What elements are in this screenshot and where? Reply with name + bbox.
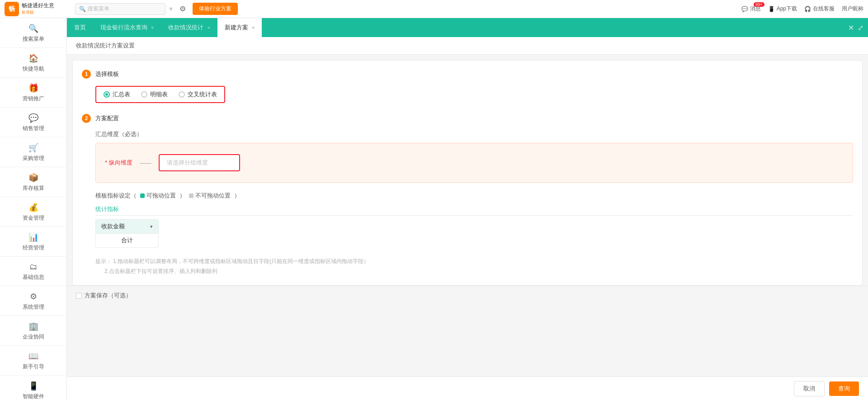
radio-cross-circle xyxy=(179,91,185,98)
sidebar-item-label: 采购管理 xyxy=(23,155,44,162)
indicator-section-label: 模板指标设定（ xyxy=(95,192,137,200)
bottom-bar: 取消 查询 xyxy=(67,376,868,400)
gear-button[interactable]: ⚙ xyxy=(176,3,189,15)
message-icon: 💬 xyxy=(741,6,748,12)
sidebar-item-purchase[interactable]: 🛒 采购管理 xyxy=(0,137,66,167)
cart-icon: 🛒 xyxy=(28,143,38,153)
sidebar-item-label: 库存核算 xyxy=(23,184,44,192)
download-button[interactable]: 📱 App下载 xyxy=(768,5,797,13)
tab-bank-close[interactable]: × xyxy=(151,25,154,30)
sidebar: 🔍 搜索菜单 🏠 快捷导航 🎁 营销推广 💬 销售管理 🛒 采购管理 📦 库存核… xyxy=(0,18,67,400)
section2: 2 方案配置 汇总维度（必选） * 纵向维度 —— 请选择分组维度 xyxy=(82,114,853,276)
sidebar-item-label: 资金管理 xyxy=(23,214,44,222)
indicator-header[interactable]: 收款金额 ▾ xyxy=(96,220,158,234)
sidebar-item-marketing[interactable]: 🎁 营销推广 xyxy=(0,78,66,108)
logo-edition: 标准版 xyxy=(22,9,54,15)
section1-header: 1 选择模板 xyxy=(82,70,853,79)
draggable-dot xyxy=(140,193,145,198)
radio-summary-circle xyxy=(104,91,110,98)
message-button[interactable]: 💬 消息 99+ xyxy=(741,5,761,13)
cancel-button[interactable]: 取消 xyxy=(794,381,825,396)
dimension-group-label: 汇总维度（必选） xyxy=(95,130,853,138)
section2-number: 2 xyxy=(82,114,91,123)
settings-container: 1 选择模板 汇总表 明细表 xyxy=(72,60,863,286)
template-select-row: 汇总表 明细表 交叉统计表 xyxy=(95,86,225,103)
indicators-toggle: 模板指标设定（ 可拖动位置 ） 不可拖动位置 ） xyxy=(95,192,853,200)
sidebar-item-label: 营销推广 xyxy=(23,95,44,103)
folder-icon: 🗂 xyxy=(29,262,38,272)
message-badge: 99+ xyxy=(754,2,764,7)
radio-summary-label: 汇总表 xyxy=(113,90,130,99)
tablet-icon: 📱 xyxy=(28,381,38,391)
search-placeholder: 搜索菜单 xyxy=(88,5,109,13)
sidebar-item-label: 新手引导 xyxy=(23,363,44,371)
sidebar-item-basics[interactable]: 🗂 基础信息 xyxy=(0,257,66,286)
sidebar-item-guide[interactable]: 📖 新手引导 xyxy=(0,346,66,376)
money-icon: 💰 xyxy=(28,202,38,212)
headset-icon: 🎧 xyxy=(804,6,811,12)
tab-bar-actions: ✕ ⤢ xyxy=(844,24,868,32)
save-checkbox[interactable] xyxy=(76,293,82,299)
non-draggable-label: 不可拖动位置 xyxy=(195,192,231,200)
search-bar[interactable]: 🔍 搜索菜单 xyxy=(75,3,165,15)
radio-summary[interactable]: 汇总表 xyxy=(104,90,130,99)
sidebar-item-label: 搜索菜单 xyxy=(23,35,44,43)
sidebar-item-hardware[interactable]: 📱 智能硬件 xyxy=(0,376,66,400)
tab-receipt[interactable]: 收款情况统计 × xyxy=(161,18,217,37)
search-dropdown-icon[interactable]: ▾ xyxy=(169,5,173,13)
section2-label: 方案配置 xyxy=(95,114,119,122)
sidebar-item-enterprise[interactable]: 🏢 企业协同 xyxy=(0,316,66,346)
sidebar-item-inventory[interactable]: 📦 库存核算 xyxy=(0,167,66,197)
trial-button[interactable]: 体验行业方案 xyxy=(193,3,238,15)
content-area: 首页 现金银行流水查询 × 收款情况统计 × 新建方案 × ✕ ⤢ 收款情况统计… xyxy=(67,18,868,400)
draggable-option: 可拖动位置 xyxy=(140,192,176,200)
service-button[interactable]: 🎧 在线客服 xyxy=(804,5,835,13)
dimension-area: * 纵向维度 —— 请选择分组维度 xyxy=(95,143,853,183)
indicator-chevron[interactable]: ▾ xyxy=(150,224,153,230)
sidebar-item-search[interactable]: 🔍 搜索菜单 xyxy=(0,18,66,48)
system-icon: ⚙ xyxy=(30,292,37,301)
sidebar-item-label: 经营管理 xyxy=(23,244,44,252)
indicator-subtotal: 合计 xyxy=(121,237,133,244)
sidebar-item-finance[interactable]: 💰 资金管理 xyxy=(0,197,66,227)
section2-header: 2 方案配置 xyxy=(82,114,853,123)
non-draggable-option: 不可拖动位置 xyxy=(189,192,231,200)
non-draggable-dot xyxy=(189,193,193,198)
draggable-label: 可拖动位置 xyxy=(146,192,176,200)
chart-icon: 📊 xyxy=(28,232,38,242)
tab-new-plan[interactable]: 新建方案 × xyxy=(217,18,262,37)
section1-number: 1 xyxy=(82,70,91,79)
download-icon: 📱 xyxy=(768,6,775,12)
indicator-column-label: 收款金额 xyxy=(101,222,125,231)
sidebar-item-label: 企业协同 xyxy=(23,333,44,341)
query-button[interactable]: 查询 xyxy=(829,381,859,396)
dimension-row: * 纵向维度 —— 请选择分组维度 xyxy=(105,154,844,171)
indicators-section: 模板指标设定（ 可拖动位置 ） 不可拖动位置 ） xyxy=(95,192,853,248)
breadcrumb: 收款情况统计方案设置 xyxy=(67,37,868,55)
sales-icon: 💬 xyxy=(28,113,38,123)
tab-bank[interactable]: 现金银行流水查询 × xyxy=(93,18,161,37)
tab-receipt-close[interactable]: × xyxy=(207,25,210,30)
dimension-selector[interactable]: 请选择分组维度 xyxy=(159,154,240,171)
section1-label: 选择模板 xyxy=(95,70,119,78)
sidebar-item-quick-nav[interactable]: 🏠 快捷导航 xyxy=(0,48,66,78)
tab-close-btn[interactable]: ✕ xyxy=(848,24,854,32)
sidebar-item-sales[interactable]: 💬 销售管理 xyxy=(0,108,66,137)
book-icon: 📖 xyxy=(28,351,38,361)
separator: ） xyxy=(179,192,185,200)
radio-detail-label: 明细表 xyxy=(150,90,168,99)
user-name[interactable]: 用户昵称 xyxy=(842,5,863,13)
tab-expand-btn[interactable]: ⤢ xyxy=(858,24,863,32)
tab-new-plan-close[interactable]: × xyxy=(252,25,255,30)
radio-detail-circle xyxy=(141,91,147,98)
sidebar-item-system[interactable]: ⚙ 系统管理 xyxy=(0,286,66,316)
sidebar-item-label: 基础信息 xyxy=(23,273,44,281)
indicators-label: 统计指标 xyxy=(95,205,853,216)
save-option[interactable]: 方案保存（可选） xyxy=(76,292,859,300)
logo-icon: 畅 xyxy=(5,2,19,16)
sidebar-item-operations[interactable]: 📊 经营管理 xyxy=(0,227,66,257)
tab-home[interactable]: 首页 xyxy=(67,18,93,37)
radio-cross[interactable]: 交叉统计表 xyxy=(179,90,217,99)
radio-detail[interactable]: 明细表 xyxy=(141,90,168,99)
sidebar-item-label: 销售管理 xyxy=(23,125,44,132)
